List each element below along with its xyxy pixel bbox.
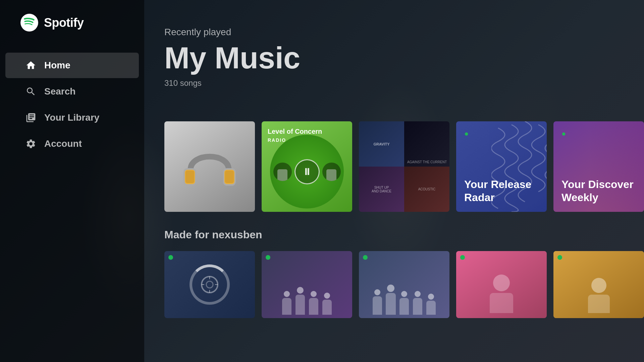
- made-for-card-3[interactable]: [359, 251, 449, 318]
- dot-indicator-2: [266, 255, 270, 260]
- spinner-card-inner: [164, 251, 255, 318]
- cards-row: Level of ConcernRADIO ⏸: [144, 121, 644, 212]
- svg-point-8: [206, 281, 213, 288]
- card-my-music[interactable]: [164, 121, 255, 212]
- loc-title: Level of ConcernRADIO: [268, 127, 346, 143]
- svg-rect-5: [185, 170, 195, 183]
- hero-section: Recently played My Music 310 songs: [144, 0, 644, 121]
- search-label: Search: [44, 86, 75, 97]
- main-content: Recently played My Music 310 songs L: [144, 0, 644, 362]
- headphones-icon: [178, 135, 241, 198]
- hero-subtitle: 310 songs: [164, 78, 624, 88]
- dot-indicator-5: [557, 255, 562, 260]
- card-loc-radio[interactable]: Level of ConcernRADIO ⏸: [262, 121, 352, 212]
- sidebar-item-library[interactable]: Your Library: [5, 105, 139, 130]
- library-label: Your Library: [44, 112, 99, 123]
- person-figure: [588, 251, 610, 318]
- sidebar-item-account[interactable]: Account: [5, 131, 139, 157]
- band-silhouette-3: [359, 251, 449, 318]
- made-for-section: Made for nexusben: [144, 212, 644, 318]
- made-for-cards: [164, 251, 624, 318]
- gravity-tile-3: SHUT UPAND DANCE: [359, 167, 404, 212]
- dot-indicator-3: [363, 255, 368, 260]
- band-faces: ⏸: [273, 159, 341, 184]
- gold-card-inner: [553, 251, 644, 318]
- search-icon: [25, 86, 36, 97]
- sidebar-item-home[interactable]: Home: [5, 53, 139, 78]
- made-for-card-1[interactable]: [164, 251, 255, 318]
- svg-rect-6: [225, 170, 234, 183]
- dot-indicator-1: [168, 255, 173, 260]
- spotify-icon-small: ●: [464, 129, 469, 138]
- person-with-headphones: [490, 251, 513, 318]
- gravity-tile-1: GRAVITY: [359, 121, 404, 167]
- home-icon: [25, 60, 36, 71]
- release-radar-label: Your Release Radar: [464, 178, 539, 204]
- spinner-shape: [190, 264, 230, 305]
- card-gravity[interactable]: GRAVITY AGAINST THE CURRENT SHUT UPAND D…: [359, 121, 449, 212]
- hero-title: My Music: [164, 43, 624, 73]
- app-name: Spotify: [44, 16, 84, 30]
- spotify-logo-icon: [20, 13, 39, 32]
- gravity-tile-4: ACOUSTIC: [404, 167, 449, 212]
- made-for-title: Made for nexusben: [164, 229, 624, 241]
- gravity-tile-2: AGAINST THE CURRENT: [404, 121, 449, 167]
- library-icon: [25, 112, 36, 123]
- band-card-3-inner: [359, 251, 449, 318]
- made-for-card-5[interactable]: [553, 251, 644, 318]
- band-card-2-inner: [262, 251, 352, 318]
- headphone-person-inner: [456, 251, 547, 318]
- sidebar-nav: Home Search Your Library: [0, 52, 144, 157]
- pause-icon: ⏸: [294, 159, 320, 184]
- band-silhouette-2: [262, 251, 352, 318]
- made-for-card-2[interactable]: [262, 251, 352, 318]
- account-label: Account: [44, 138, 82, 149]
- recently-played-label: Recently played: [164, 27, 624, 38]
- home-label: Home: [44, 60, 70, 71]
- card-discover-weekly[interactable]: ● Your Discover Weekly: [553, 121, 644, 212]
- card-release-radar[interactable]: ● Your Release Radar: [456, 121, 547, 212]
- dot-indicator-4: [460, 255, 465, 260]
- logo[interactable]: Spotify: [0, 13, 144, 52]
- sidebar: Spotify Home Search: [0, 0, 144, 362]
- account-icon: [25, 138, 36, 149]
- spotify-icon-discover: ●: [561, 129, 566, 138]
- sidebar-item-search[interactable]: Search: [5, 79, 139, 104]
- discover-weekly-label: Your Discover Weekly: [561, 178, 636, 204]
- made-for-card-4[interactable]: [456, 251, 547, 318]
- loc-circle: ⏸: [270, 135, 344, 208]
- svg-point-0: [20, 14, 38, 32]
